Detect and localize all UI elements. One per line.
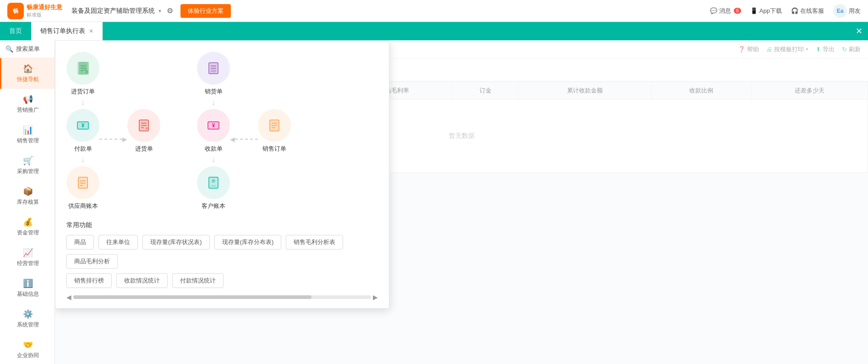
sidebar-item-enterprise-label: 企业协同 (17, 352, 39, 359)
arrow-down-3: ↓ (212, 98, 216, 107)
scroll-right-icon[interactable]: ▶ (373, 293, 378, 301)
cf-btn-stock-dist[interactable]: 现存量(库存分布表) (214, 235, 282, 250)
cf-btn-stock-status[interactable]: 现存量(库存状况表) (142, 235, 210, 250)
svg-rect-20 (211, 70, 216, 72)
sidebar-item-baseinfo-label: 基础信息 (17, 290, 39, 298)
scrollbar-track[interactable] (73, 295, 371, 299)
arrow-down-4: ↓ (212, 155, 216, 164)
common-functions: 常用功能 商品 往来单位 现存量(库存状况表) 现存量(库存分布表) 销售毛利分… (66, 221, 378, 288)
tab-sales-order[interactable]: 销售订单执行表 ✕ (31, 22, 103, 40)
sidebar-item-system[interactable]: ⚙️ 系统管理 (0, 304, 55, 334)
sidebar-item-finance[interactable]: 💰 资金管理 (0, 212, 55, 242)
flow-node-sales-bill[interactable]: 销货单 (197, 52, 230, 96)
cf-btn-product[interactable]: 商品 (66, 235, 94, 250)
message-label: 消息 (719, 7, 731, 15)
baseinfo-icon: ℹ️ (23, 278, 33, 288)
cf-buttons-row1: 商品 往来单位 现存量(库存状况表) 现存量(库存分布表) 销售毛利分析表 商品… (66, 235, 378, 269)
cf-buttons-row2: 销售排行榜 收款情况统计 付款情况统计 (66, 273, 378, 288)
app-download-label: App下载 (759, 7, 782, 15)
svg-text:¥: ¥ (82, 122, 85, 129)
sidebar-item-marketing[interactable]: 📢 营销推广 (0, 89, 55, 120)
sidebar-item-quicknav[interactable]: 🏠 快捷导航 (0, 58, 55, 89)
message-item[interactable]: 💬 消息 6 (710, 7, 741, 15)
sidebar-item-system-label: 系统管理 (17, 321, 39, 329)
arrow-purchase: ▶ (99, 119, 127, 143)
sidebar-item-purchase-label: 采购管理 (17, 168, 39, 175)
tab-home[interactable]: 首页 (0, 22, 31, 40)
header-right: 💬 消息 6 📱 App下载 🎧 在线客服 Ea 用友 (710, 4, 861, 18)
cf-btn-payment-stat[interactable]: 付款情况统计 (172, 273, 224, 288)
sidebar-item-quicknav-label: 快捷导航 (17, 76, 39, 83)
tab-sales-order-label: 销售订单执行表 (40, 27, 85, 35)
cf-title: 常用功能 (66, 221, 378, 229)
system-title-area: 装备及固定资产辅助管理系统 ▾ ⚙ 体验行业方案 (62, 4, 710, 18)
cf-btn-sales-gross[interactable]: 销售毛利分析表 (286, 235, 343, 250)
sales-icon: 📊 (23, 125, 33, 135)
svg-text:畅: 畅 (13, 8, 18, 14)
purchase-order-icon (66, 52, 99, 85)
arrow-down-1: ↓ (81, 98, 85, 107)
settings-icon[interactable]: ⚙ (167, 6, 173, 15)
popup: 进货订单 ↓ ¥ 付款单 (55, 40, 389, 309)
flow-diagram: 进货订单 ↓ ¥ 付款单 (66, 52, 378, 210)
popup-scrollbar: ◀ ▶ (66, 293, 378, 301)
online-service-label: 在线客服 (800, 7, 824, 15)
flow-node-payment[interactable]: ¥ 付款单 (66, 109, 99, 153)
supplier-icon (66, 166, 99, 199)
avatar: Ea (833, 4, 847, 18)
sidebar-item-inventory[interactable]: 📦 库存核算 (0, 181, 55, 212)
tab-close-icon[interactable]: ✕ (89, 28, 93, 34)
tab-bar: 首页 销售订单执行表 ✕ ✕ (0, 22, 868, 40)
payment-icon: ¥ (66, 109, 99, 142)
top-header: 畅 畅康通好生意 标准版 装备及固定资产辅助管理系统 ▾ ⚙ 体验行业方案 💬 … (0, 0, 868, 22)
user-item[interactable]: Ea 用友 (833, 4, 861, 18)
scroll-left-icon[interactable]: ◀ (66, 293, 71, 301)
arrow-down-2: ↓ (81, 155, 85, 164)
sales-order-icon (258, 109, 291, 142)
system-dropdown-icon[interactable]: ▾ (158, 8, 161, 14)
scrollbar-thumb (73, 295, 311, 299)
system-icon: ⚙️ (23, 309, 33, 319)
customer-icon (197, 166, 230, 199)
online-service-item[interactable]: 🎧 在线客服 (791, 7, 824, 15)
search-icon: 🔍 (5, 45, 13, 53)
sidebar-item-purchase[interactable]: 🛒 采购管理 (0, 150, 55, 181)
service-icon: 🎧 (791, 7, 798, 14)
sidebar-item-baseinfo[interactable]: ℹ️ 基础信息 (0, 273, 55, 304)
cf-btn-product-gross[interactable]: 商品毛利分析 (66, 254, 118, 269)
content-area: ❓ 帮助 🖨 按模板打印 ▾ ⬆ 导出 ↻ 刷新 📅 单据状态 (55, 40, 868, 364)
message-icon: 💬 (710, 7, 717, 14)
flow-node-receipt[interactable]: ¥ 收款单 (197, 109, 230, 153)
svg-point-24 (212, 179, 215, 183)
svg-text:¥: ¥ (212, 122, 215, 129)
flow-node-sales-order[interactable]: 销售订单 (258, 109, 291, 153)
sales-bill-icon (197, 52, 230, 85)
flow-node-customer[interactable]: 客户账本 (197, 166, 230, 210)
sidebar-item-operations[interactable]: 📈 经营管理 (0, 242, 55, 273)
finance-icon: 💰 (23, 217, 33, 227)
sidebar-item-marketing-label: 营销推广 (17, 106, 39, 114)
search-menu[interactable]: 🔍 搜索菜单 (0, 40, 55, 58)
tab-home-label: 首页 (9, 27, 22, 35)
flow-node-purchase-bill[interactable]: 进货单 (127, 109, 160, 153)
user-name-label: 用友 (849, 7, 861, 15)
flow-node-supplier[interactable]: 供应商账本 (66, 166, 99, 210)
flow-node-purchase-order[interactable]: 进货订单 (66, 52, 99, 96)
receipt-icon: ¥ (197, 109, 230, 142)
cf-btn-receipt-stat[interactable]: 收款情况统计 (116, 273, 168, 288)
main-layout: 🔍 搜索菜单 🏠 快捷导航 📢 营销推广 📊 销售管理 🛒 采购管理 📦 库存核… (0, 40, 868, 364)
system-title: 装备及固定资产辅助管理系统 (71, 7, 155, 15)
close-all-button[interactable]: ✕ (856, 26, 863, 36)
inventory-icon: 📦 (23, 186, 33, 196)
overlay: 进货订单 ↓ ¥ 付款单 (55, 40, 868, 364)
sidebar-item-enterprise[interactable]: 🤝 企业协同 (0, 334, 55, 364)
sidebar-item-sales[interactable]: 📊 销售管理 (0, 120, 55, 150)
cf-btn-sales-rank[interactable]: 销售排行榜 (66, 273, 112, 288)
download-icon: 📱 (750, 7, 758, 14)
app-download-item[interactable]: 📱 App下载 (750, 7, 782, 15)
trial-button[interactable]: 体验行业方案 (180, 4, 231, 18)
search-menu-label: 搜索菜单 (16, 45, 40, 53)
sidebar-item-sales-label: 销售管理 (17, 137, 39, 145)
cf-btn-partner[interactable]: 往来单位 (98, 235, 138, 250)
quicknav-icon: 🏠 (23, 64, 33, 74)
